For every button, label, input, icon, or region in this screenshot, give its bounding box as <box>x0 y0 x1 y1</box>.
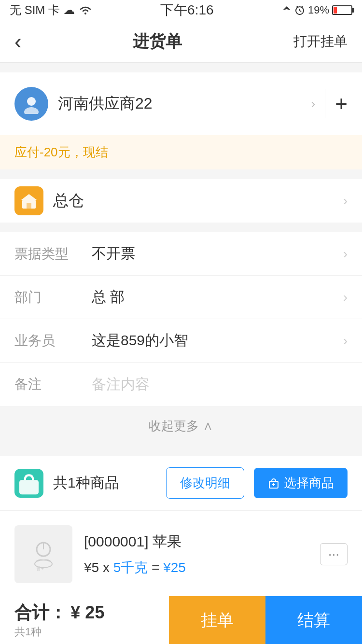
svg-rect-9 <box>19 480 39 494</box>
invoice-row[interactable]: 票据类型 不开票 › <box>0 232 362 276</box>
product-price: ¥5 x 5千克 = ¥25 <box>84 559 308 577</box>
invoice-chevron: › <box>343 246 348 262</box>
remark-label: 备注 <box>14 375 92 393</box>
product-count: 共1种商品 <box>53 473 156 493</box>
battery-icon <box>332 5 352 15</box>
department-label: 部门 <box>14 288 92 307</box>
department-value: 总 部 <box>92 287 343 307</box>
remark-placeholder: 备注内容 <box>92 375 348 394</box>
product-icon <box>14 469 43 498</box>
edit-detail-button[interactable]: 修改明细 <box>166 467 244 499</box>
invoice-value: 不开票 <box>92 244 343 264</box>
svg-marker-7 <box>21 194 37 200</box>
supplier-chevron: › <box>311 96 315 112</box>
product-quantity: 5千克 <box>113 560 148 575</box>
status-right: 19% <box>282 4 352 16</box>
product-multiply: x <box>103 560 113 575</box>
product-thumb-icon: 兽+ <box>27 537 60 571</box>
collapse-button[interactable]: 收起更多 ∧ <box>0 406 362 446</box>
svg-line-3 <box>300 11 301 12</box>
salesman-label: 业务员 <box>14 332 92 350</box>
status-bar: 无 SIM 卡 ☁ 下午6:16 19% <box>0 0 362 20</box>
battery-percent: 19% <box>308 4 329 16</box>
add-supplier-button[interactable]: + <box>335 92 348 116</box>
shopping-bag-icon <box>14 469 43 498</box>
bottom-bar: 合计： ¥ 25 共1种 挂单 结算 <box>0 596 362 644</box>
vertical-divider <box>325 89 325 118</box>
product-equals: = <box>152 560 163 575</box>
bottom-total: 合计： ¥ 25 共1种 <box>0 596 169 644</box>
svg-point-4 <box>27 97 36 106</box>
nav-bar: ‹ 进货单 打开挂单 <box>0 20 362 63</box>
settle-button[interactable]: 结算 <box>265 596 362 644</box>
invoice-label: 票据类型 <box>14 245 92 263</box>
total-label: 合计： <box>14 602 67 622</box>
status-time: 下午6:16 <box>160 1 214 19</box>
svg-point-5 <box>24 107 39 114</box>
hang-button[interactable]: 挂单 <box>169 596 265 644</box>
department-chevron: › <box>343 290 348 305</box>
svg-rect-8 <box>27 203 31 209</box>
product-more-button[interactable]: ··· <box>320 543 348 565</box>
alarm-icon <box>294 5 305 15</box>
select-product-label: 选择商品 <box>284 475 334 491</box>
status-left: 无 SIM 卡 ☁ <box>10 2 92 18</box>
warehouse-section: 总仓 › <box>0 179 362 223</box>
back-button[interactable]: ‹ <box>14 29 22 54</box>
total-sub: 共1种 <box>14 625 154 639</box>
page-title: 进货单 <box>133 30 182 53</box>
product-unit-price: ¥5 <box>84 560 99 575</box>
select-product-button[interactable]: 选择商品 <box>254 468 348 498</box>
product-name: [0000001] 苹果 <box>84 532 308 552</box>
product-info: [0000001] 苹果 ¥5 x 5千克 = ¥25 <box>84 532 308 577</box>
department-row[interactable]: 部门 总 部 › <box>0 276 362 319</box>
person-icon <box>21 94 42 114</box>
warehouse-row[interactable]: 总仓 › <box>0 179 362 223</box>
form-section: 票据类型 不开票 › 部门 总 部 › 业务员 这是859的小智 › 备注 备注… <box>0 232 362 406</box>
supplier-name: 河南供应商22 <box>58 93 311 114</box>
open-hang-button[interactable]: 打开挂单 <box>293 32 348 51</box>
product-header: 共1种商品 修改明细 选择商品 <box>0 456 362 511</box>
supplier-row[interactable]: 河南供应商22 › <box>14 72 315 135</box>
warehouse-name: 总仓 <box>53 190 343 211</box>
wifi-icon <box>79 5 92 15</box>
total-value: ¥ 25 <box>70 602 104 622</box>
salesman-chevron: › <box>343 333 348 349</box>
product-total: ¥25 <box>163 560 186 575</box>
supplier-avatar <box>14 87 48 121</box>
svg-point-0 <box>84 13 86 14</box>
total-amount: 合计： ¥ 25 <box>14 601 154 625</box>
product-item: 兽+ [0000001] 苹果 ¥5 x 5千克 = ¥25 ··· <box>0 511 362 598</box>
location-icon <box>282 5 292 15</box>
svg-text:兽+: 兽+ <box>36 566 44 571</box>
add-product-icon <box>267 477 280 490</box>
salesman-row[interactable]: 业务员 这是859的小智 › <box>0 319 362 363</box>
product-thumbnail: 兽+ <box>14 525 72 583</box>
warehouse-icon <box>14 186 43 215</box>
remark-row[interactable]: 备注 备注内容 <box>0 363 362 406</box>
warehouse-chevron: › <box>343 193 348 209</box>
salesman-value: 这是859的小智 <box>92 331 343 350</box>
signal-text: 无 SIM 卡 ☁ <box>10 2 75 18</box>
warehouse-building-icon <box>20 192 38 210</box>
notice-bar: 应付-20元，现结 <box>0 135 362 169</box>
supplier-section: 河南供应商22 › + <box>0 72 362 135</box>
